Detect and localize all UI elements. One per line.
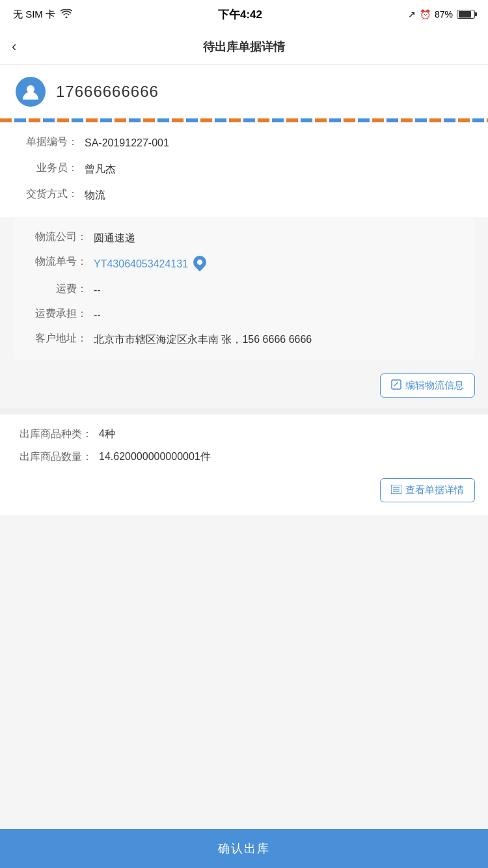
salesman-label: 业务员：: [20, 161, 78, 175]
section-divider-1: [0, 408, 488, 414]
edit-button-label: 编辑物流信息: [405, 379, 464, 392]
order-no-row: 单据编号： SA-20191227-001: [20, 135, 468, 151]
order-no-value: SA-20191227-001: [85, 135, 468, 151]
goods-quantity-value: 14.620000000000001件: [99, 450, 211, 464]
edit-button-row: 编辑物流信息: [0, 373, 488, 408]
edit-logistics-button[interactable]: 编辑物流信息: [380, 373, 475, 398]
user-avatar: [16, 77, 46, 107]
freight-bearer-row: 运费承担： --: [29, 307, 459, 323]
freight-bearer-value: --: [94, 307, 459, 323]
tracking-no-value: YT43064053424131: [94, 255, 459, 273]
status-right: ↗ ⏰ 87%: [408, 9, 475, 20]
battery-text: 87%: [435, 9, 453, 20]
view-detail-button[interactable]: 查看单据详情: [380, 478, 475, 502]
carrier-text: 无 SIM 卡: [13, 8, 55, 21]
address-label: 客户地址：: [29, 332, 87, 346]
freight-label: 运费：: [29, 282, 87, 296]
nav-bar: ‹ 待出库单据详情: [0, 29, 488, 65]
user-header: 17666666666: [0, 65, 488, 118]
alarm-icon: ⏰: [420, 9, 431, 20]
list-icon: [391, 485, 401, 496]
order-info-section: 单据编号： SA-20191227-001 业务员： 曾凡杰 交货方式： 物流: [0, 122, 488, 217]
logistics-company-value: 圆通速递: [94, 230, 459, 246]
tracking-no-row: 物流单号： YT43064053424131: [29, 255, 459, 273]
freight-row: 运费： --: [29, 282, 459, 298]
delivery-row: 交货方式： 物流: [20, 187, 468, 203]
freight-value: --: [94, 282, 459, 298]
location-status-icon: ↗: [408, 9, 416, 20]
logistics-card: 物流公司： 圆通速递 物流单号： YT43064053424131 运费： --…: [13, 217, 475, 360]
status-bar: 无 SIM 卡 下午4:42 ↗ ⏰ 87%: [0, 0, 488, 29]
tracking-location-icon[interactable]: [193, 255, 206, 273]
salesman-value: 曾凡杰: [85, 161, 468, 177]
page-title: 待出库单据详情: [203, 39, 285, 55]
confirm-bar[interactable]: 确认出库: [0, 829, 488, 868]
goods-types-value: 4种: [99, 427, 115, 441]
status-left: 无 SIM 卡: [13, 8, 72, 21]
bottom-spacer: [0, 515, 488, 632]
goods-quantity-label: 出库商品数量：: [20, 450, 92, 464]
tracking-no-label: 物流单号：: [29, 255, 87, 269]
order-no-label: 单据编号：: [20, 135, 78, 149]
address-row: 客户地址： 北京市市辖区海淀区永丰南 张，156 6666 6666: [29, 332, 459, 347]
logistics-company-label: 物流公司：: [29, 230, 87, 244]
edit-icon: [391, 379, 401, 392]
goods-types-row: 出库商品种类： 4种: [20, 427, 468, 441]
address-value: 北京市市辖区海淀区永丰南 张，156 6666 6666: [94, 332, 459, 347]
wifi-icon: [61, 9, 72, 20]
logistics-company-row: 物流公司： 圆通速递: [29, 230, 459, 246]
goods-types-label: 出库商品种类：: [20, 427, 92, 441]
freight-bearer-label: 运费承担：: [29, 307, 87, 321]
goods-quantity-row: 出库商品数量： 14.620000000000001件: [20, 450, 468, 464]
delivery-label: 交货方式：: [20, 187, 78, 201]
salesman-row: 业务员： 曾凡杰: [20, 161, 468, 177]
back-button[interactable]: ‹: [12, 38, 16, 55]
view-detail-label: 查看单据详情: [405, 484, 464, 496]
goods-section: 出库商品种类： 4种 出库商品数量： 14.620000000000001件: [0, 414, 488, 478]
delivery-value: 物流: [85, 187, 468, 203]
battery-icon: [457, 9, 475, 20]
view-detail-row: 查看单据详情: [0, 478, 488, 515]
user-phone: 17666666666: [56, 83, 159, 101]
status-time: 下午4:42: [218, 7, 262, 22]
confirm-button-label: 确认出库: [218, 841, 270, 856]
